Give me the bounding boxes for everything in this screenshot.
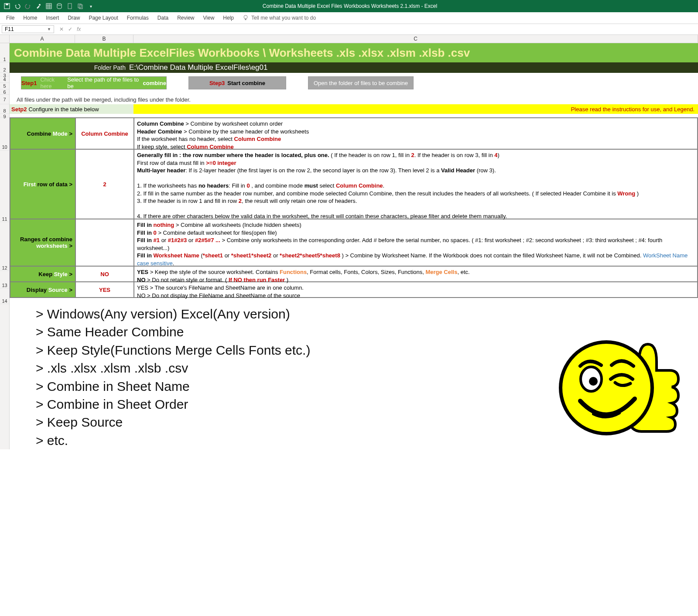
open-folder-button[interactable]: Open the folder of files to be combine [308,76,414,89]
tell-me-text: Tell me what you want to do [251,15,316,21]
promo-line: > Windows(Any version) Excel(Any version… [36,305,310,323]
column-headers: A B C [0,35,698,43]
svg-rect-13 [245,19,246,20]
config-row-keep-style: Keep Style > NO YES > Keep the style of … [10,267,697,282]
config-table: Combine Mode > Column Combine Column Com… [10,117,698,298]
row-header[interactable]: 5 [0,83,9,89]
ranges-desc: Fill in nothing > Combine all worksheets… [134,219,697,266]
step1-tag: Step1 [21,80,37,86]
step3-label: Start combine [227,80,265,86]
config-row-combine-mode: Combine Mode > Column Combine Column Com… [10,118,697,150]
fx-icon[interactable]: fx [77,26,81,32]
row-header[interactable]: 13 [0,271,9,288]
display-source-value[interactable]: YES [76,282,134,297]
step1-text: Select the path of the files to be [67,76,141,89]
row-header[interactable]: 8 [0,104,9,114]
folder-path-value: E:\Combine Data Multiple ExcelFiles\eg01 [129,63,267,72]
bulb-icon [243,15,249,21]
svg-point-12 [244,15,247,19]
folder-path-label: Folder Path [10,64,129,71]
first-row-desc: Generally fill in : the row number where… [134,150,697,219]
row-header[interactable]: 3 [0,73,9,76]
svg-point-2 [39,4,41,6]
step2-tag: Setp2 [11,106,27,113]
tab-help[interactable]: Help [223,15,234,21]
row-header[interactable]: 14 [0,288,9,304]
undo-icon[interactable] [14,3,21,10]
save-icon[interactable] [3,3,10,10]
select-all-corner[interactable] [0,35,10,43]
promo-section: > Windows(Any version) Excel(Any version… [10,298,698,449]
svg-point-14 [561,342,652,434]
row-header[interactable]: 6 [0,89,9,95]
keep-style-value[interactable]: NO [76,267,134,281]
promo-line: > Combine in Sheet Name [36,377,310,395]
step2-row: Setp2 Configure in the table below Pleas… [10,104,698,114]
step3-tag: Step3 [209,80,225,86]
database-icon[interactable] [56,3,63,10]
tab-page-layout[interactable]: Page Layout [89,15,118,21]
step3-button[interactable]: Step3 Start combine [188,76,286,89]
step2-text: Configure in the table below [28,106,99,113]
col-header-c[interactable]: C [133,35,698,43]
row-header[interactable]: 11 [0,151,9,222]
first-row-value[interactable]: 2 [76,150,134,219]
promo-line: > Same Header Combine [36,323,310,341]
combine-mode-desc: Column Combine > Combine by worksheet co… [134,118,697,149]
page-icon[interactable] [66,3,73,10]
step1-button[interactable]: Step1 Chick here Select the path of the … [21,76,167,89]
combine-mode-value[interactable]: Column Combine [76,118,134,149]
config-row-ranges: Ranges of combineworksheets > Fill in no… [10,219,697,267]
svg-rect-3 [46,3,51,9]
promo-line: > etc. [36,431,310,449]
tab-review[interactable]: Review [177,15,194,21]
page-title: Combine Data Multiple ExcelFiles Workboo… [10,43,698,62]
row-header[interactable]: 9 [0,114,9,117]
grid-icon[interactable] [45,3,52,10]
promo-line: > Keep Style(Functions Merge Cells Fonts… [36,341,310,359]
promo-text: > Windows(Any version) Excel(Any version… [36,305,310,449]
tab-data[interactable]: Data [157,15,168,21]
tab-formulas[interactable]: Formulas [127,15,149,21]
ranges-value[interactable] [76,219,134,266]
svg-point-16 [589,377,598,386]
tab-insert[interactable]: Insert [46,15,59,21]
formula-input[interactable] [84,25,698,34]
window-title: Combine Data Multiple Excel Files Workbo… [98,3,602,9]
row-headers: 1 2 3 4 5 6 7 8 9 10 11 12 13 14 [0,43,10,449]
more-icon[interactable]: ▾ [87,3,94,10]
row-header[interactable]: 1 [0,43,9,62]
col-header-b[interactable]: B [75,35,133,43]
row-header[interactable]: 7 [0,95,9,104]
folder-path-row: Folder Path E:\Combine Data Multiple Exc… [10,62,698,73]
tab-view[interactable]: View [203,15,215,21]
step2-warning: Please read the instructions for use, an… [133,104,698,114]
svg-rect-1 [6,3,8,5]
tab-file[interactable]: File [6,15,14,21]
config-row-display-source: Display Source > YES YES > The source's … [10,282,697,297]
row-header[interactable]: 10 [0,117,9,151]
tool-icon[interactable] [35,3,42,10]
name-box-value: F11 [5,26,14,32]
chevron-down-icon[interactable]: ▼ [47,27,51,31]
promo-line: > .xls .xlsx .xlsm .xlsb .csv [36,359,310,377]
name-box[interactable]: F11 ▼ [2,25,54,33]
tab-home[interactable]: Home [23,15,37,21]
tab-draw[interactable]: Draw [68,15,80,21]
cancel-icon[interactable]: ✕ [59,26,64,32]
col-header-a[interactable]: A [10,35,75,43]
svg-point-8 [57,3,62,5]
redo-icon[interactable] [24,3,31,10]
keep-style-desc: YES > Keep the style of the source works… [134,267,697,281]
copy-icon[interactable] [77,3,84,10]
row-header[interactable]: 2 [0,62,9,73]
promo-line: > Keep Source [36,413,310,431]
tell-me[interactable]: Tell me what you want to do [243,15,316,21]
merge-note: All files under the path will be merged,… [10,95,698,104]
row-header[interactable]: 4 [0,76,9,83]
display-source-desc: YES > The source's FileName and SheetNam… [134,282,697,297]
row-header[interactable]: 12 [0,222,9,271]
ribbon-tabs: File Home Insert Draw Page Layout Formul… [0,12,698,24]
config-row-first-row: First row of data > 2 Generally fill in … [10,150,697,219]
accept-icon[interactable]: ✓ [68,26,72,32]
